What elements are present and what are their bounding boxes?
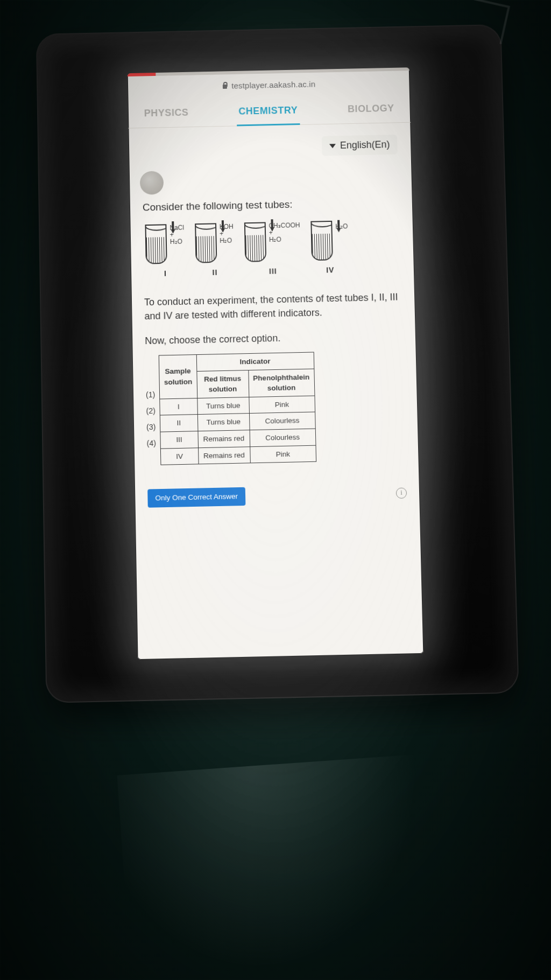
tube-solvent: H₂O xyxy=(220,237,234,245)
test-tube-icon xyxy=(244,222,266,262)
answer-table: Sample solution Indicator Red litmus sol… xyxy=(159,352,316,465)
col-indicator-header: Indicator xyxy=(196,352,314,371)
col-red-litmus-header: Red litmus solution xyxy=(196,370,249,398)
cell-phenolphthalein: Colourless xyxy=(249,412,315,430)
tube-solvent: H₂O xyxy=(269,236,300,243)
cell-phenolphthalein: Pink xyxy=(249,396,315,414)
tube-3: CH₃COOH + H₂O III xyxy=(244,221,301,277)
question-content: Consider the following test tubes: NaCl … xyxy=(130,194,420,521)
cell-phenolphthalein: Pink xyxy=(250,445,316,463)
tablet-device: testplayer.aakash.ac.in PHYSICS CHEMISTR… xyxy=(36,24,519,703)
cell-red-litmus: Remains red xyxy=(198,430,250,448)
tab-biology[interactable]: BIOLOGY xyxy=(345,99,397,124)
option-number[interactable]: (4) xyxy=(146,435,156,451)
dropper-icon xyxy=(218,220,227,234)
page-url: testplayer.aakash.ac.in xyxy=(231,79,315,90)
question-body: To conduct an experiment, the contents o… xyxy=(144,290,402,323)
option-numbers: (1) (2) (3) (4) xyxy=(145,355,156,452)
option-number[interactable]: (3) xyxy=(146,419,156,435)
tube-1: NaCl + H₂O I xyxy=(145,223,185,279)
cell-sample: III xyxy=(160,431,198,449)
tube-solvent: H₂O xyxy=(170,239,185,246)
info-icon[interactable]: i xyxy=(396,487,407,499)
test-tube-diagram: NaCl + H₂O I KOH xyxy=(145,219,401,279)
table-row[interactable]: IV Remains red Pink xyxy=(161,445,316,465)
chevron-down-icon xyxy=(329,144,336,148)
col-sample-header: Sample solution xyxy=(159,355,197,399)
option-number[interactable]: (2) xyxy=(146,403,156,419)
cell-sample: I xyxy=(160,398,197,415)
language-dropdown[interactable]: English(En) xyxy=(322,135,398,156)
question-number-badge[interactable] xyxy=(140,171,164,194)
tablet-screen: testplayer.aakash.ac.in PHYSICS CHEMISTR… xyxy=(128,67,424,660)
question-prompt: Now, choose the correct option. xyxy=(145,328,403,348)
dropper-icon xyxy=(168,221,177,235)
answer-table-wrap: (1) (2) (3) (4) Sample solution Indicato… xyxy=(145,350,406,465)
desk-reflection xyxy=(117,754,432,979)
tube-4: H₂O IV xyxy=(310,220,349,276)
tube-numeral: IV xyxy=(326,264,335,275)
lock-icon xyxy=(222,82,228,89)
test-tube-icon xyxy=(195,223,217,263)
cell-sample: II xyxy=(160,415,197,432)
cell-red-litmus: Remains red xyxy=(198,446,250,464)
tube-numeral: III xyxy=(269,265,277,276)
cell-sample: IV xyxy=(161,447,199,465)
dropper-icon xyxy=(267,219,276,233)
tab-physics[interactable]: PHYSICS xyxy=(142,103,191,128)
subject-tabs: PHYSICS CHEMISTRY BIOLOGY xyxy=(128,91,411,129)
answer-type-pill: Only One Correct Answer xyxy=(147,487,245,508)
dropper-icon xyxy=(334,220,343,234)
tube-2: KOH + H₂O II xyxy=(195,222,235,278)
cell-red-litmus: Turns blue xyxy=(197,397,249,415)
col-phenolphthalein-header: Phenolphthalein solution xyxy=(248,369,314,397)
option-number[interactable]: (1) xyxy=(146,387,156,403)
tab-chemistry[interactable]: CHEMISTRY xyxy=(236,101,300,127)
test-tube-icon xyxy=(145,224,167,264)
question-intro: Consider the following test tubes: xyxy=(143,195,400,215)
tube-numeral: II xyxy=(212,267,217,277)
cell-phenolphthalein: Colourless xyxy=(250,429,316,446)
test-tube-icon xyxy=(310,220,333,260)
language-label: English(En) xyxy=(340,139,390,151)
cell-red-litmus: Turns blue xyxy=(197,414,250,431)
tube-numeral: I xyxy=(164,268,167,278)
